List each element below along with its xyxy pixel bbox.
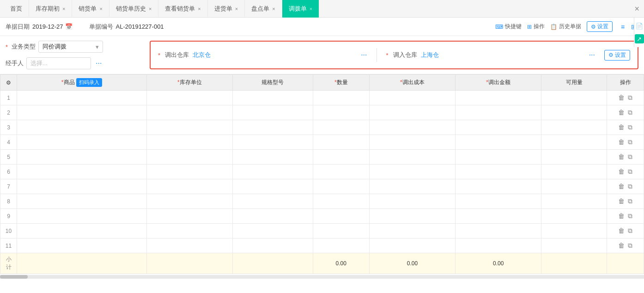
row-amount-4[interactable] bbox=[456, 135, 541, 150]
row-unit-2[interactable] bbox=[146, 105, 232, 120]
row-available-10[interactable] bbox=[541, 224, 607, 238]
row-cost-7[interactable] bbox=[369, 179, 455, 194]
row-amount-11[interactable] bbox=[456, 238, 541, 253]
side-export-icon[interactable]: ↗ bbox=[635, 34, 644, 43]
tab-sales-history[interactable]: 销货单历史 × bbox=[109, 0, 158, 18]
delete-icon-1[interactable]: 🗑 bbox=[618, 94, 625, 101]
tab-transfer-close[interactable]: × bbox=[310, 6, 312, 12]
row-product-2[interactable] bbox=[17, 105, 147, 120]
copy-icon-5[interactable]: ⧉ bbox=[628, 153, 632, 160]
row-spec-4[interactable] bbox=[232, 135, 313, 150]
row-available-6[interactable] bbox=[541, 165, 607, 179]
row-product-7[interactable] bbox=[17, 179, 147, 194]
tab-inventory-check[interactable]: 盘点单 × bbox=[245, 0, 282, 18]
tab-purchase-close[interactable]: × bbox=[235, 6, 238, 12]
row-product-11[interactable] bbox=[17, 238, 147, 253]
row-amount-3[interactable] bbox=[456, 120, 541, 135]
warehouse-in-more-icon[interactable]: ··· bbox=[589, 51, 595, 59]
row-spec-11[interactable] bbox=[232, 238, 313, 253]
row-product-1[interactable] bbox=[17, 91, 147, 105]
copy-icon-8[interactable]: ⧉ bbox=[628, 197, 632, 205]
tab-purchase[interactable]: 进货单 × bbox=[208, 0, 245, 18]
delete-icon-2[interactable]: 🗑 bbox=[618, 109, 625, 116]
delete-icon-8[interactable]: 🗑 bbox=[618, 197, 625, 205]
row-unit-8[interactable] bbox=[146, 194, 232, 209]
row-unit-5[interactable] bbox=[146, 150, 232, 165]
row-available-1[interactable] bbox=[541, 91, 607, 105]
row-available-5[interactable] bbox=[541, 150, 607, 165]
row-available-2[interactable] bbox=[541, 105, 607, 120]
row-qty-7[interactable] bbox=[313, 179, 369, 194]
window-close-button[interactable]: × bbox=[634, 4, 639, 13]
copy-icon-9[interactable]: ⧉ bbox=[628, 212, 632, 220]
row-cost-3[interactable] bbox=[369, 120, 455, 135]
row-product-10[interactable] bbox=[17, 224, 147, 238]
row-cost-2[interactable] bbox=[369, 105, 455, 120]
row-qty-6[interactable] bbox=[313, 165, 369, 179]
tab-sales-order-close[interactable]: × bbox=[99, 6, 102, 12]
row-cost-10[interactable] bbox=[369, 224, 455, 238]
row-spec-8[interactable] bbox=[232, 194, 313, 209]
row-amount-9[interactable] bbox=[456, 209, 541, 224]
copy-icon-1[interactable]: ⧉ bbox=[628, 94, 632, 101]
row-spec-2[interactable] bbox=[232, 105, 313, 120]
row-unit-3[interactable] bbox=[146, 120, 232, 135]
history-action[interactable]: 📋 历史单据 bbox=[550, 23, 581, 31]
row-available-8[interactable] bbox=[541, 194, 607, 209]
row-qty-9[interactable] bbox=[313, 209, 369, 224]
row-unit-9[interactable] bbox=[146, 209, 232, 224]
tab-transfer[interactable]: 调拨单 × bbox=[282, 0, 319, 18]
tab-view-sales-close[interactable]: × bbox=[198, 6, 200, 12]
row-qty-5[interactable] bbox=[313, 150, 369, 165]
row-qty-1[interactable] bbox=[313, 91, 369, 105]
copy-icon-6[interactable]: ⧉ bbox=[628, 168, 632, 175]
row-cost-5[interactable] bbox=[369, 150, 455, 165]
row-unit-4[interactable] bbox=[146, 135, 232, 150]
delete-icon-5[interactable]: 🗑 bbox=[618, 153, 625, 160]
row-cost-8[interactable] bbox=[369, 194, 455, 209]
row-product-5[interactable] bbox=[17, 150, 147, 165]
delete-icon-6[interactable]: 🗑 bbox=[618, 168, 625, 175]
row-qty-8[interactable] bbox=[313, 194, 369, 209]
copy-icon-4[interactable]: ⧉ bbox=[628, 138, 632, 146]
row-product-3[interactable] bbox=[17, 120, 147, 135]
tab-sales-order[interactable]: 销货单 × bbox=[72, 0, 109, 18]
business-type-select[interactable]: 同价调拨 ▾ bbox=[38, 41, 103, 53]
row-cost-4[interactable] bbox=[369, 135, 455, 150]
row-cost-9[interactable] bbox=[369, 209, 455, 224]
row-spec-5[interactable] bbox=[232, 150, 313, 165]
row-qty-4[interactable] bbox=[313, 135, 369, 150]
row-available-3[interactable] bbox=[541, 120, 607, 135]
row-spec-3[interactable] bbox=[232, 120, 313, 135]
row-product-4[interactable] bbox=[17, 135, 147, 150]
row-cost-6[interactable] bbox=[369, 165, 455, 179]
row-available-11[interactable] bbox=[541, 238, 607, 253]
shortcut-action[interactable]: ⌨ 快捷键 bbox=[495, 23, 522, 31]
delete-icon-9[interactable]: 🗑 bbox=[618, 212, 625, 220]
row-qty-11[interactable] bbox=[313, 238, 369, 253]
tab-view-sales[interactable]: 查看销货单 × bbox=[158, 0, 207, 18]
manager-more-icon[interactable]: ··· bbox=[96, 59, 102, 67]
th-gear[interactable]: ⚙ bbox=[0, 75, 17, 91]
delete-icon-7[interactable]: 🗑 bbox=[618, 183, 625, 190]
delete-icon-10[interactable]: 🗑 bbox=[618, 227, 625, 234]
row-cost-11[interactable] bbox=[369, 238, 455, 253]
row-amount-7[interactable] bbox=[456, 179, 541, 194]
delete-icon-11[interactable]: 🗑 bbox=[618, 242, 625, 249]
row-unit-11[interactable] bbox=[146, 238, 232, 253]
layout-list-icon[interactable]: ≡ bbox=[618, 22, 627, 31]
tab-home[interactable]: 首页 bbox=[4, 0, 29, 18]
row-amount-8[interactable] bbox=[456, 194, 541, 209]
calendar-icon[interactable]: 📅 bbox=[65, 23, 73, 30]
horizontal-scrollbar[interactable] bbox=[0, 275, 644, 279]
warehouse-settings-button[interactable]: ⚙ 设置 bbox=[604, 50, 630, 61]
row-available-4[interactable] bbox=[541, 135, 607, 150]
delete-icon-3[interactable]: 🗑 bbox=[618, 123, 625, 131]
row-amount-10[interactable] bbox=[456, 224, 541, 238]
tab-inventory-init[interactable]: 库存期初 × bbox=[29, 0, 72, 18]
warehouse-out-more-icon[interactable]: ··· bbox=[361, 51, 367, 59]
operations-action[interactable]: ⊞ 操作 bbox=[527, 23, 545, 31]
row-product-6[interactable] bbox=[17, 165, 147, 179]
row-amount-6[interactable] bbox=[456, 165, 541, 179]
row-qty-3[interactable] bbox=[313, 120, 369, 135]
